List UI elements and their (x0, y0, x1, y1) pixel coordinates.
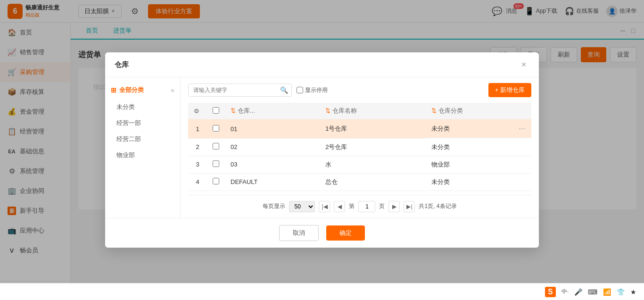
select-all-checkbox[interactable] (213, 107, 219, 114)
td-category-4: 未分类 (426, 173, 531, 191)
td-code-2: 02 (225, 138, 320, 156)
warehouse-content-panel: 🔍 显示停用 + 新增仓库 ⚙ (181, 77, 539, 218)
sort-icon-cat: ⇅ (431, 107, 437, 114)
th-settings: ⚙ (188, 103, 207, 119)
table-scroll-area: ⚙ ⇅仓库... ⇅仓库名称 (188, 103, 531, 191)
next-page-btn[interactable]: ▶ (388, 201, 400, 212)
td-code-1: 01 (225, 119, 320, 139)
sort-icon-code: ⇅ (231, 107, 236, 114)
td-index-2: 2 (188, 138, 207, 156)
td-name-4: 总仓 (320, 173, 425, 191)
page-label: 第 (349, 202, 355, 210)
taskbar-keyboard-icon: ⌨ (588, 288, 597, 296)
sort-icon-name: ⇅ (325, 107, 330, 114)
page-unit: 页 (379, 202, 385, 210)
td-category-2: 未分类 (426, 138, 531, 156)
last-page-btn[interactable]: ▶| (404, 201, 415, 212)
warehouse-table: ⚙ ⇅仓库... ⇅仓库名称 (188, 103, 531, 191)
confirm-btn[interactable]: 确定 (326, 225, 365, 241)
search-icon[interactable]: 🔍 (280, 86, 288, 94)
show-disabled-label[interactable]: 显示停用 (297, 86, 328, 94)
first-page-btn[interactable]: |◀ (319, 201, 330, 212)
cat-text-1: 未分类 (431, 125, 450, 133)
category-header: ⊞ 全部分类 « (105, 83, 180, 97)
td-category-1: 未分类 ··· (426, 119, 531, 138)
show-disabled-text: 显示停用 (305, 86, 328, 94)
th-code: ⇅仓库... (225, 103, 320, 119)
row-more-1[interactable]: ··· (519, 124, 526, 133)
taskbar: S 中· 🎤 ⌨ 📶 👕 ★ (0, 283, 644, 300)
table-body: 1 01 1号仓库 未分类 ··· 2 (188, 119, 531, 191)
category-item-unclassified[interactable]: 未分类 (105, 99, 180, 115)
pagination: 每页显示 50 10 20 100 |◀ ◀ 第 页 ▶ ▶| 共1页, 4条记… (188, 195, 531, 218)
td-index-1: 1 (188, 119, 207, 139)
search-input-wrap: 🔍 (188, 83, 292, 97)
all-category-label: 全部分类 (119, 86, 144, 94)
td-index-3: 3 (188, 156, 207, 173)
per-page-select[interactable]: 50 10 20 100 (289, 201, 315, 212)
td-check-2[interactable] (207, 138, 225, 156)
page-total-info: 共1页, 4条记录 (419, 202, 456, 210)
prev-page-btn[interactable]: ◀ (334, 201, 345, 212)
category-item-property[interactable]: 物业部 (105, 147, 180, 163)
dialog-header: 仓库 × (105, 52, 539, 77)
taskbar-mic-icon: 🎤 (574, 288, 582, 296)
settings-col-icon: ⚙ (194, 108, 199, 115)
search-input[interactable] (188, 83, 292, 97)
td-check-4[interactable] (207, 173, 225, 191)
td-name-3: 水 (320, 156, 425, 173)
category-item-operations1[interactable]: 经营一部 (105, 115, 180, 131)
taskbar-s-logo: S (545, 287, 556, 297)
dialog-overlay: 仓库 × ⊞ 全部分类 « 未分类 经营一部 经营二部 物业部 (0, 0, 644, 300)
dialog-footer: 取消 确定 (105, 218, 539, 248)
cancel-btn[interactable]: 取消 (279, 225, 319, 241)
td-index-4: 4 (188, 173, 207, 191)
row-checkbox-3[interactable] (213, 160, 219, 167)
table-header: ⚙ ⇅仓库... ⇅仓库名称 (188, 103, 531, 119)
dialog-title: 仓库 (115, 60, 129, 69)
th-category: ⇅仓库分类 (426, 103, 531, 119)
show-disabled-checkbox[interactable] (297, 87, 303, 93)
row-checkbox-4[interactable] (213, 178, 219, 184)
row-checkbox-1[interactable] (213, 125, 219, 132)
table-row[interactable]: 4 DEFAULT 总仓 未分类 (188, 173, 531, 191)
th-checkbox (207, 103, 225, 119)
warehouse-dialog: 仓库 × ⊞ 全部分类 « 未分类 经营一部 经营二部 物业部 (105, 52, 539, 248)
search-bar: 🔍 显示停用 + 新增仓库 (188, 83, 531, 97)
td-check-1[interactable] (207, 119, 225, 139)
td-name-2: 2号仓库 (320, 138, 425, 156)
table-row[interactable]: 2 02 2号仓库 未分类 (188, 138, 531, 156)
category-item-operations2[interactable]: 经营二部 (105, 131, 180, 147)
td-category-3: 物业部 (426, 156, 531, 173)
collapse-btn[interactable]: « (171, 86, 174, 94)
th-name: ⇅仓库名称 (320, 103, 425, 119)
td-code-4: DEFAULT (225, 173, 320, 191)
td-check-3[interactable] (207, 156, 225, 173)
taskbar-wifi-icon: 📶 (603, 288, 611, 296)
taskbar-shirt-icon: 👕 (617, 288, 625, 296)
add-warehouse-btn[interactable]: + 新增仓库 (488, 83, 531, 97)
row-checkbox-2[interactable] (213, 143, 219, 150)
td-name-1: 1号仓库 (320, 119, 425, 139)
category-panel: ⊞ 全部分类 « 未分类 经营一部 经营二部 物业部 (105, 77, 181, 218)
dialog-body: ⊞ 全部分类 « 未分类 经营一部 经营二部 物业部 🔍 (105, 77, 539, 218)
dialog-close-btn[interactable]: × (518, 59, 529, 70)
table-row[interactable]: 1 01 1号仓库 未分类 ··· (188, 119, 531, 139)
taskbar-label-zh: 中· (561, 288, 569, 296)
per-page-label: 每页显示 (263, 202, 285, 210)
page-number-input[interactable] (358, 201, 375, 212)
grid-icon: ⊞ (111, 86, 116, 94)
taskbar-star-icon: ★ (630, 288, 636, 296)
table-row[interactable]: 3 03 水 物业部 (188, 156, 531, 173)
all-category-title[interactable]: ⊞ 全部分类 (111, 86, 144, 94)
td-code-3: 03 (225, 156, 320, 173)
